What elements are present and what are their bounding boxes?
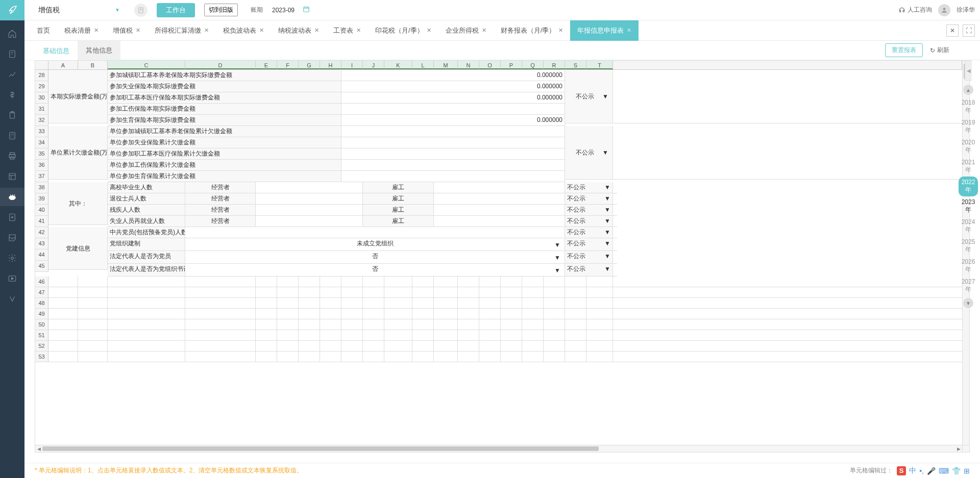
tab-taxlist[interactable]: 税表清册✕ (57, 20, 106, 21)
tab-vat[interactable]: 增值税✕ (106, 20, 148, 21)
tab-corp[interactable]: 企业所得税✕ (438, 20, 494, 21)
tab-income[interactable]: 所得税汇算清缴✕ (148, 20, 216, 21)
tab-stamp[interactable]: 印花税（月/季）✕ (368, 20, 438, 21)
worktable-button[interactable]: 工作台 (157, 3, 195, 17)
app-logo[interactable] (0, 0, 24, 20)
user-avatar[interactable] (938, 4, 950, 16)
tab-burden[interactable]: 税负波动表✕ (216, 20, 271, 21)
username: 徐泽华 (957, 6, 975, 14)
module-dropdown[interactable]: 增值税 ▼ (33, 6, 125, 15)
tab-salary[interactable]: 工资表✕ (326, 20, 368, 21)
chevron-down-icon: ▼ (115, 7, 120, 13)
module-title: 增值税 (38, 6, 60, 15)
tab-home[interactable]: 首页 (30, 20, 57, 21)
svg-rect-1 (304, 7, 309, 12)
doc-icon[interactable] (134, 4, 148, 17)
switch-old-button[interactable]: 切到旧版 (204, 4, 238, 16)
tab-finance[interactable]: 财务报表（月/季）✕ (494, 20, 571, 21)
period-label: 账期 (251, 6, 263, 14)
user-icon (941, 7, 948, 14)
headset-icon (898, 7, 905, 14)
feather-icon (6, 4, 18, 16)
top-header: 增值税 ▼ 工作台 切到旧版 账期 2023-09 人工咨询 徐泽华 (0, 0, 980, 20)
svg-point-2 (943, 8, 946, 10)
period-value[interactable]: 2023-09 (272, 7, 295, 14)
calendar-icon[interactable] (303, 6, 310, 14)
tab-payment[interactable]: 纳税波动表✕ (271, 20, 326, 21)
tab-annual[interactable]: 年报信息申报表✕ (570, 20, 639, 21)
help-link[interactable]: 人工咨询 (898, 6, 932, 14)
